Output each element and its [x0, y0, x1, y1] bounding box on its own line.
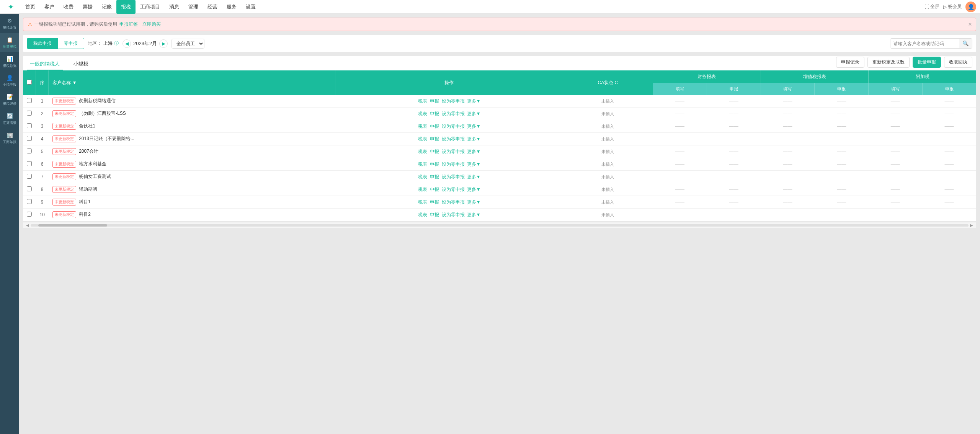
- row-add-declare: ——: [922, 133, 976, 145]
- nav-item-service[interactable]: 服务: [222, 0, 241, 14]
- scroll-left-arrow[interactable]: ◀: [26, 223, 29, 227]
- op-tax-table[interactable]: 税表: [418, 212, 427, 217]
- sidebar-item-annual-report[interactable]: 🏢 工商年报: [0, 128, 19, 147]
- select-all-checkbox[interactable]: [27, 80, 32, 85]
- nav-item-client[interactable]: 客户: [40, 0, 59, 14]
- alert-link-purchase[interactable]: 立即购买: [142, 21, 161, 28]
- row-checkbox[interactable]: [27, 136, 32, 141]
- row-checkbox[interactable]: [27, 199, 32, 204]
- region-info-icon[interactable]: ⓘ: [114, 40, 119, 47]
- nav-item-tax[interactable]: 报税: [116, 0, 136, 14]
- op-set-zero[interactable]: 设为零申报: [442, 124, 465, 129]
- row-client-name: 未更新税定 （勿删）江西股宝-LSS: [49, 108, 335, 120]
- op-set-zero[interactable]: 设为零申报: [442, 187, 465, 192]
- row-checkbox[interactable]: [27, 212, 32, 217]
- op-tax-table[interactable]: 税表: [418, 124, 427, 129]
- nav-item-billing[interactable]: 收费: [59, 0, 78, 14]
- next-month-button[interactable]: ▶: [159, 39, 168, 48]
- op-declare[interactable]: 申报: [430, 98, 439, 104]
- row-checkbox[interactable]: [27, 186, 32, 191]
- batch-declare-button[interactable]: 批量申报: [913, 57, 941, 68]
- nav-item-settings[interactable]: 设置: [241, 0, 260, 14]
- nav-item-operation[interactable]: 经营: [203, 0, 222, 14]
- op-more[interactable]: 更多▼: [467, 136, 481, 142]
- collect-receipt-button[interactable]: 收取回执: [944, 57, 972, 68]
- nav-item-manage[interactable]: 管理: [184, 0, 203, 14]
- nav-item-accounting[interactable]: 记账: [97, 0, 116, 14]
- sidebar-item-tax-settings[interactable]: ⚙ 报税设置: [0, 14, 19, 33]
- op-tax-table[interactable]: 税表: [418, 111, 427, 116]
- op-more[interactable]: 更多▼: [467, 199, 481, 205]
- sidebar-item-tax-record[interactable]: 📝 报税记录: [0, 90, 19, 109]
- scroll-thumb[interactable]: [38, 224, 107, 227]
- op-set-zero[interactable]: 设为零申报: [442, 149, 465, 154]
- scroll-right-arrow[interactable]: ▶: [970, 223, 973, 227]
- tab-general-taxpayer[interactable]: 一般的纳税人: [27, 58, 63, 70]
- staff-select[interactable]: 全部员工: [172, 39, 204, 49]
- op-more[interactable]: 更多▼: [467, 162, 481, 167]
- sidebar-item-batch-tax[interactable]: 📋 批量报税: [0, 33, 19, 52]
- op-tax-table[interactable]: 税表: [418, 149, 427, 154]
- op-declare[interactable]: 申报: [430, 174, 439, 179]
- op-tax-table[interactable]: 税表: [418, 187, 427, 192]
- tax-settings-icon: ⚙: [6, 17, 13, 24]
- op-declare[interactable]: 申报: [430, 187, 439, 192]
- row-checkbox[interactable]: [27, 148, 32, 153]
- nav-item-message[interactable]: 消息: [165, 0, 184, 14]
- row-checkbox[interactable]: [27, 98, 32, 103]
- update-tax-settings-button[interactable]: 更新税定及取数: [867, 57, 910, 68]
- alert-close-button[interactable]: ✕: [968, 22, 972, 27]
- tab-zero-declaration[interactable]: 零申报: [58, 38, 84, 49]
- op-declare[interactable]: 申报: [430, 162, 439, 167]
- op-more[interactable]: 更多▼: [467, 149, 481, 154]
- tab-tax-declaration[interactable]: 税款申报: [27, 38, 58, 49]
- row-checkbox[interactable]: [27, 111, 32, 116]
- nav-item-home[interactable]: 首页: [21, 0, 40, 14]
- op-set-zero[interactable]: 设为零申报: [442, 111, 465, 116]
- horizontal-scrollbar[interactable]: ◀ ▶: [23, 222, 976, 228]
- avatar[interactable]: 👤: [965, 2, 976, 12]
- op-tax-table[interactable]: 税表: [418, 136, 427, 142]
- op-set-zero[interactable]: 设为零申报: [442, 212, 465, 217]
- op-set-zero[interactable]: 设为零申报: [442, 174, 465, 179]
- op-more[interactable]: 更多▼: [467, 98, 481, 104]
- row-no: 10: [36, 209, 49, 221]
- member-button[interactable]: ▷ 畅会员: [943, 3, 962, 10]
- filing-record-button[interactable]: 申报记录: [836, 57, 864, 68]
- op-declare[interactable]: 申报: [430, 124, 439, 129]
- alert-link-filing[interactable]: 申报汇签: [119, 21, 138, 28]
- op-set-zero[interactable]: 设为零申报: [442, 199, 465, 205]
- row-checkbox[interactable]: [27, 123, 32, 128]
- sidebar-item-tax-overview[interactable]: 📊 报税总览: [0, 52, 19, 71]
- op-tax-table[interactable]: 税表: [418, 199, 427, 205]
- nav-item-business[interactable]: 工商项目: [136, 0, 165, 14]
- op-more[interactable]: 更多▼: [467, 111, 481, 116]
- op-more[interactable]: 更多▼: [467, 212, 481, 217]
- op-set-zero[interactable]: 设为零申报: [442, 136, 465, 142]
- op-set-zero[interactable]: 设为零申报: [442, 98, 465, 104]
- table-row: 6 未更新税定 地方水利基金 税表 申报 设为零申报 更多▼ 未插入 —— ——…: [23, 158, 976, 171]
- op-more[interactable]: 更多▼: [467, 124, 481, 129]
- op-tax-table[interactable]: 税表: [418, 98, 427, 104]
- search-button[interactable]: 🔍: [959, 39, 972, 48]
- sidebar-item-annual-settlement[interactable]: 🔄 汇算清缴: [0, 109, 19, 128]
- row-checkbox[interactable]: [27, 161, 32, 166]
- op-set-zero[interactable]: 设为零申报: [442, 162, 465, 167]
- nav-item-invoice[interactable]: 票据: [78, 0, 97, 14]
- op-declare[interactable]: 申报: [430, 199, 439, 205]
- prev-month-button[interactable]: ◀: [122, 39, 131, 48]
- tab-small-scale[interactable]: 小规模: [70, 58, 91, 70]
- op-declare[interactable]: 申报: [430, 111, 439, 116]
- op-more[interactable]: 更多▼: [467, 187, 481, 192]
- sidebar-item-personal-tax[interactable]: 👤 个税申报: [0, 71, 19, 90]
- op-declare[interactable]: 申报: [430, 149, 439, 154]
- fullscreen-button[interactable]: ⛶ 全屏: [924, 3, 939, 10]
- op-tax-table[interactable]: 税表: [418, 174, 427, 179]
- row-checkbox[interactable]: [27, 174, 32, 179]
- op-declare[interactable]: 申报: [430, 212, 439, 217]
- search-input[interactable]: [890, 39, 959, 48]
- op-declare[interactable]: 申报: [430, 136, 439, 142]
- op-tax-table[interactable]: 税表: [418, 162, 427, 167]
- row-add-declare: ——: [922, 183, 976, 196]
- op-more[interactable]: 更多▼: [467, 174, 481, 179]
